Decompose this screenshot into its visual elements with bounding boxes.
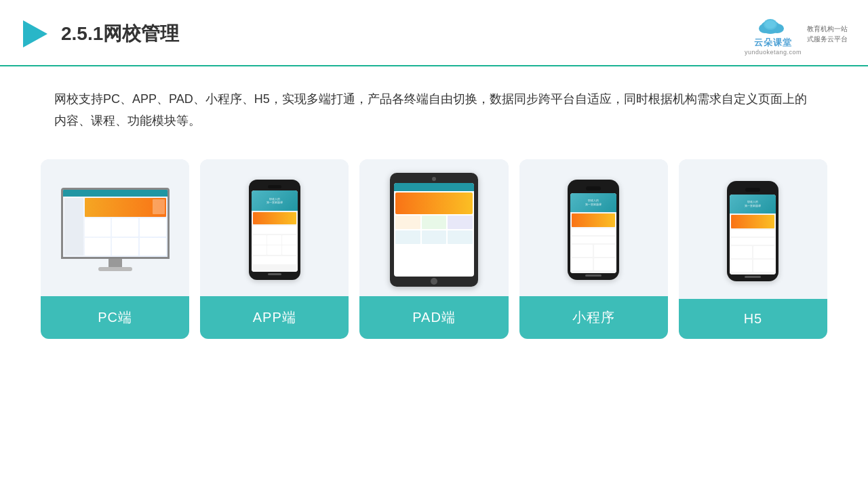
card-pc: PC端 xyxy=(41,159,189,339)
card-pad: PAD端 xyxy=(359,159,508,339)
svg-marker-0 xyxy=(23,20,47,47)
header-left: 2.5.1网校管理 xyxy=(20,19,179,49)
card-h5-image: 职途人的第一堂刷题课 xyxy=(679,159,827,299)
play-icon xyxy=(20,19,50,49)
svg-point-5 xyxy=(765,20,776,28)
description-text: 网校支持PC、APP、PAD、小程序、H5，实现多端打通，产品各终端自由切换，数… xyxy=(0,66,868,146)
card-h5-label: H5 xyxy=(679,299,827,339)
cloud-logo-icon xyxy=(755,12,791,37)
card-miniprogram-image: 职途人的第一堂刷题课 xyxy=(519,159,668,296)
cards-container: PC端 职途人的第一堂刷题课 xyxy=(0,146,868,359)
card-pad-image xyxy=(359,159,508,296)
header: 2.5.1网校管理 云朵课堂 yunduoketang.com 教育机构一站 式… xyxy=(0,0,868,66)
logo-tagline: 教育机构一站 式服务云平台 xyxy=(807,24,848,44)
logo-area: 云朵课堂 yunduoketang.com 教育机构一站 式服务云平台 xyxy=(745,12,848,56)
app-phone: 职途人的第一堂刷题课 xyxy=(249,180,300,280)
mini-phone-body-1: 职途人的第一堂刷题课 xyxy=(568,180,619,280)
logo-main-text: 云朵课堂 xyxy=(754,37,792,49)
card-miniprogram: 职途人的第一堂刷题课 xyxy=(519,159,668,339)
card-app-label: APP端 xyxy=(200,296,349,339)
card-pad-label: PAD端 xyxy=(359,296,508,339)
card-h5: 职途人的第一堂刷题课 xyxy=(679,159,827,339)
monitor-screen xyxy=(61,188,170,259)
page-title: 2.5.1网校管理 xyxy=(61,21,179,47)
h5-phone: 职途人的第一堂刷题课 xyxy=(727,181,778,281)
card-app: 职途人的第一堂刷题课 xyxy=(200,159,349,339)
pad-tablet xyxy=(390,173,478,287)
card-app-image: 职途人的第一堂刷题课 xyxy=(200,159,349,296)
logo-sub-text: yunduoketang.com xyxy=(745,49,802,56)
card-miniprogram-label: 小程序 xyxy=(519,296,668,339)
logo-cloud: 云朵课堂 yunduoketang.com xyxy=(745,12,802,56)
phone-body: 职途人的第一堂刷题课 xyxy=(249,180,300,280)
card-pc-label: PC端 xyxy=(41,296,189,339)
pc-monitor xyxy=(61,188,170,271)
mini-phone-body-2: 职途人的第一堂刷题课 xyxy=(727,181,778,281)
card-pc-image xyxy=(41,159,189,296)
miniprogram-phone: 职途人的第一堂刷题课 xyxy=(568,180,619,280)
tablet-body xyxy=(390,173,478,287)
